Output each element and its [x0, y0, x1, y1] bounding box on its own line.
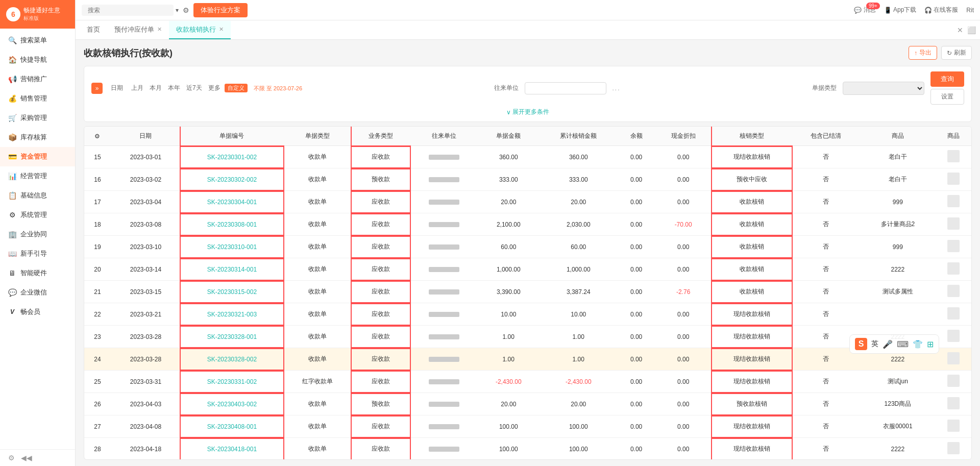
- cell-cash-discount: 0.00: [654, 326, 712, 348]
- col-biz-type: 业务类型: [352, 127, 409, 146]
- expand-more-button[interactable]: ∨ 展开更多条件: [506, 108, 549, 116]
- headset-icon: 🎧: [924, 7, 932, 14]
- topbar-search-input[interactable]: [82, 5, 174, 16]
- cell-cash-discount: 0.00: [654, 371, 712, 393]
- tab-close-all-icon[interactable]: ✕: [957, 26, 963, 34]
- filter-settings-button[interactable]: 设置: [930, 89, 964, 105]
- cell-voucher-type: 红字收款单: [283, 371, 352, 393]
- voucher-no-link[interactable]: SK-20230314-001: [207, 266, 257, 273]
- export-button[interactable]: ↑ 导出: [909, 46, 937, 60]
- last-7days-btn[interactable]: 近7天: [184, 83, 204, 93]
- voucher-no-link[interactable]: SK-20230328-002: [207, 356, 257, 363]
- cell-voucher-type: 收款单: [283, 393, 352, 415]
- cell-goods: 2222: [861, 438, 935, 460]
- cell-amount: 360.00: [478, 146, 538, 168]
- cell-date: 2023-03-21: [111, 303, 181, 326]
- sidebar-item-hardware[interactable]: 🖥 智能硬件: [0, 263, 75, 283]
- voucher-no-link[interactable]: SK-20230304-001: [207, 199, 257, 206]
- sidebar-item-search[interactable]: 🔍 搜索菜单: [0, 31, 75, 50]
- message-button[interactable]: 💬 消息 99+: [854, 6, 876, 14]
- sidebar-item-sales[interactable]: 💰 销售管理: [0, 89, 75, 108]
- sidebar-item-purchase[interactable]: 🛒 采购管理: [0, 108, 75, 128]
- sidebar-collapse-button[interactable]: ◀◀: [21, 454, 32, 462]
- voucher-no-link[interactable]: SK-20230301-002: [207, 154, 257, 161]
- cell-voucher-no: SK-20230308-001: [181, 213, 283, 236]
- sidebar-item-enterprise[interactable]: 🏢 企业协同: [0, 225, 75, 244]
- cell-goods: 老白干: [861, 146, 935, 168]
- sidebar-item-operation[interactable]: 📊 经营管理: [0, 166, 75, 186]
- cell-voucher-no: SK-20230304-001: [181, 191, 283, 213]
- sidebar-item-system[interactable]: ⚙ 系统管理: [0, 205, 75, 225]
- topbar-right: 💬 消息 99+ 📱 App下载 🎧 在线客服 Rit: [854, 6, 974, 14]
- cell-goods-img: [935, 191, 971, 213]
- topbar-gear-icon[interactable]: ⚙: [183, 6, 189, 14]
- this-month-btn[interactable]: 本月: [148, 83, 164, 93]
- home-icon: 🏠: [8, 56, 16, 64]
- filter-collapse-button[interactable]: »: [91, 83, 103, 94]
- sidebar-item-marketing[interactable]: 📢 营销推广: [0, 69, 75, 89]
- col-balance: 余额: [618, 127, 654, 146]
- guide-icon: 📖: [8, 250, 16, 258]
- table-row: 28 2023-04-18 SK-20230418-001 收款单 应收款 10…: [84, 438, 971, 460]
- sidebar-gear-button[interactable]: ⚙: [8, 454, 15, 462]
- cell-voucher-type: 收款单: [283, 168, 352, 191]
- app-download-button[interactable]: 📱 App下载: [884, 6, 916, 14]
- table-row: 27 2023-04-08 SK-20230408-001 收款单 应收款 10…: [84, 415, 971, 438]
- voucher-type-label: 单据类型: [812, 84, 837, 92]
- voucher-no-link[interactable]: SK-20230408-001: [207, 423, 257, 430]
- cell-biz-type: 预收款: [352, 393, 409, 415]
- sidebar-item-finance[interactable]: 💳 资金管理: [0, 147, 75, 166]
- online-service-button[interactable]: 🎧 在线客服: [924, 6, 958, 14]
- member-icon: V: [8, 308, 16, 316]
- voucher-no-link[interactable]: SK-20230308-001: [207, 221, 257, 228]
- voucher-no-link[interactable]: SK-20230328-001: [207, 333, 257, 340]
- cell-goods-img: [935, 415, 971, 438]
- voucher-no-link[interactable]: SK-20230403-002: [207, 401, 257, 408]
- sidebar-item-label: 采购管理: [20, 113, 47, 122]
- tab-expand-icon[interactable]: ⬜: [967, 26, 976, 34]
- topbar: ▾ ⚙ 体验行业方案 💬 消息 99+ 📱 App下载 🎧 在线客服 Rit: [76, 0, 980, 20]
- more-date-btn[interactable]: 更多: [206, 83, 223, 93]
- topbar-dropdown[interactable]: ▾: [176, 7, 179, 14]
- table-row: 16 2023-03-02 SK-20230302-002 收款单 预收款 33…: [84, 168, 971, 191]
- voucher-no-link[interactable]: SK-20230321-003: [207, 311, 257, 318]
- voucher-no-link[interactable]: SK-20230302-002: [207, 176, 257, 183]
- query-button[interactable]: 查询: [930, 71, 964, 87]
- cell-accumulated: 1.00: [538, 326, 618, 348]
- voucher-no-link[interactable]: SK-20230310-001: [207, 243, 257, 251]
- voucher-no-link[interactable]: SK-20230331-002: [207, 378, 257, 385]
- voucher-type-select[interactable]: [843, 82, 924, 95]
- cell-row-num: 17: [84, 191, 111, 213]
- solution-button[interactable]: 体验行业方案: [193, 3, 248, 17]
- sidebar-item-quick[interactable]: 🏠 快捷导航: [0, 50, 75, 69]
- voucher-no-link[interactable]: SK-20230315-002: [207, 288, 257, 296]
- this-year-btn[interactable]: 本年: [166, 83, 182, 93]
- tab-collection-close[interactable]: ✕: [219, 26, 224, 33]
- col-verify-type: 核销类型: [712, 127, 792, 146]
- sidebar-item-member[interactable]: V 畅会员: [0, 302, 75, 322]
- cell-goods: 999: [861, 236, 935, 258]
- counterparty-input[interactable]: [525, 82, 606, 94]
- tab-home[interactable]: 首页: [80, 21, 107, 39]
- sidebar-item-wechat[interactable]: 💬 企业微信: [0, 283, 75, 302]
- cell-counterparty: [410, 326, 479, 348]
- last-month-btn[interactable]: 上月: [129, 83, 145, 93]
- watermark-s: S: [855, 338, 867, 350]
- tab-prepay-close[interactable]: ✕: [157, 26, 162, 33]
- filter-dots: ...: [612, 85, 621, 92]
- custom-date-btn[interactable]: 自定义: [225, 84, 248, 92]
- tab-prepay[interactable]: 预付冲应付单 ✕: [107, 21, 169, 39]
- sidebar-item-inventory[interactable]: 📦 库存核算: [0, 128, 75, 147]
- refresh-button[interactable]: ↻ 刷新: [941, 46, 972, 60]
- tab-home-label: 首页: [87, 25, 100, 34]
- voucher-no-link[interactable]: SK-20230418-001: [207, 446, 257, 453]
- sidebar-item-basic[interactable]: 📋 基础信息: [0, 186, 75, 205]
- cell-goods-img: [935, 146, 971, 168]
- table-wrapper[interactable]: ⚙ 日期 单据编号 单据类型 业务类型 往来单位 单据金额 累计核销金额 余额 …: [84, 127, 971, 459]
- cell-voucher-no: SK-20230321-003: [181, 303, 283, 326]
- cell-voucher-no: SK-20230315-002: [181, 281, 283, 303]
- sidebar-item-guide[interactable]: 📖 新手引导: [0, 244, 75, 263]
- cell-include-cleared: 否: [792, 371, 861, 393]
- tab-collection[interactable]: 收款核销执行 ✕: [169, 21, 231, 39]
- cell-balance: 0.00: [618, 303, 654, 326]
